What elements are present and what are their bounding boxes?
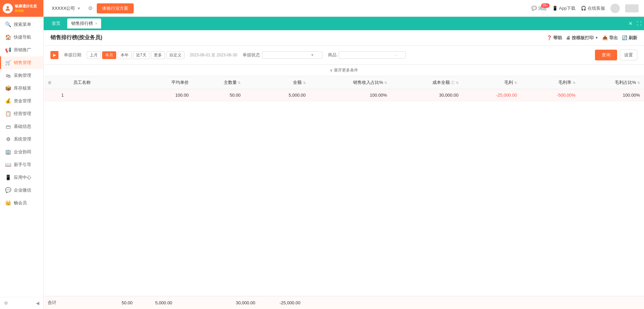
ellipsis-icon: ··· [394,53,397,57]
money-icon: 💰 [5,98,11,104]
headset-icon: 🎧 [581,6,586,11]
refresh-button[interactable]: 🔄 刷新 [622,35,637,41]
user-avatar[interactable] [610,4,620,13]
row-amount: 5,000.00 [245,89,309,101]
sidebar-item-label: 经营管理 [14,111,31,117]
sort-icon[interactable]: ⇅ [514,81,517,85]
sidebar-item-operations[interactable]: 📋 经营管理 [0,107,43,120]
table-container: ⚙ 员工名称 平均单价 主数量 ⇅ 全额 ⇅ 销售收入占 [44,76,644,296]
expand-label: 展开更多条件 [334,67,358,73]
col-gross-pct-header[interactable]: 毛利占比% ⇅ [579,76,644,89]
svg-point-0 [7,6,9,8]
tabbar-actions: ✕ ⛶ [629,21,641,26]
app-download-item[interactable]: 📱 App下载 [552,5,575,11]
col-gross-header[interactable]: 毛利 ⇅ [463,76,521,89]
sidebar-item-label: 新手引导 [14,162,31,168]
row-cost: 30,000.00 [391,89,463,101]
filter-toggle-button[interactable]: ▶ [50,51,58,59]
last7days-button[interactable]: 近7天 [133,51,149,59]
col-name-header: 员工名称 [69,76,134,89]
goods-select[interactable]: ··· [339,51,406,59]
window-close-icon[interactable]: ✕ [629,21,633,26]
date-range-text: 2023-06-01 至 2023-06-30 [190,52,237,58]
sort-icon[interactable]: ⇅ [573,81,575,85]
query-button[interactable]: 查询 [595,50,617,60]
template-print-button[interactable]: 🖨 按模板打印 ▼ [566,35,598,41]
sidebar-item-quick-nav[interactable]: 🏠 快捷导航 [0,31,43,44]
row-gross-pct: 100.00% [579,89,644,101]
sidebar-settings-icon[interactable]: ⚙ [4,301,8,306]
tab-sales-ranking[interactable]: 销售排行榜 × [67,18,101,29]
sidebar-item-system[interactable]: ⚙ 系统管理 [0,133,43,146]
tab-home[interactable]: 首页 [46,18,66,29]
sidebar-item-enterprise[interactable]: 🏢 企业协同 [0,146,43,158]
status-select[interactable]: ▼ [262,51,323,59]
expand-more-bar[interactable]: ∨ 展开更多条件 [44,65,644,76]
try-industry-button[interactable]: 体验行业方案 [97,3,134,13]
table-header-row: ⚙ 员工名称 平均单价 主数量 ⇅ 全额 ⇅ 销售收入占 [44,76,644,89]
topbar-right: 💬 消息 99+ 📱 App下载 🎧 在线客服 [531,4,639,13]
topbar-settings-icon[interactable]: ⚙ [88,5,93,11]
sort-icon[interactable]: ⇅ [637,81,640,85]
sort-icon[interactable]: ⇅ [303,81,306,85]
shopping-icon: 🛍 [5,73,11,79]
chevron-down-icon: ▼ [77,6,81,10]
company-selector[interactable]: XXXXX公司 ▼ [49,4,83,13]
sidebar-item-inventory[interactable]: 📦 库存核算 [0,82,43,95]
sidebar-item-label: 采购管理 [14,72,31,79]
col-amount-header[interactable]: 全额 ⇅ [245,76,309,89]
info-icon[interactable]: ⓘ [451,81,455,85]
this-year-button[interactable]: 本年 [118,51,132,59]
sidebar-collapse-icon[interactable]: ◀ [36,301,39,306]
chevron-down-icon: ∨ [330,68,333,72]
settings-button[interactable]: 设置 [620,50,637,60]
message-icon: 💬 [531,6,537,11]
sidebar-item-label: 企业协同 [14,149,31,155]
col-sales-pct-header[interactable]: 销售收入占比% ⇅ [310,76,391,89]
sidebar-item-label: 快捷导航 [14,34,31,40]
col-cost-header[interactable]: 成本全额 ⓘ ⇅ [391,76,463,89]
sort-icon[interactable]: ⇅ [238,81,241,85]
col-gross-rate-header[interactable]: 毛利率 ⇅ [521,76,579,89]
sort-icon[interactable]: ⇅ [384,81,387,85]
col-qty-header[interactable]: 主数量 ⇅ [193,76,245,89]
sidebar-item-purchase[interactable]: 🛍 采购管理 [0,69,43,82]
phone-icon: 📱 [5,174,11,181]
row-sales-pct: 100.00% [310,89,391,101]
sidebar-item-search[interactable]: 🔍 搜索菜单 [0,18,43,31]
sidebar-item-guide[interactable]: 📖 新手引导 [0,158,43,171]
tab-close-icon[interactable]: × [95,21,97,25]
sidebar-item-app-center[interactable]: 📱 应用中心 [0,171,43,184]
row-settings [44,89,56,101]
app-name: 畅康通好生意 [15,4,37,8]
col-settings-header[interactable]: ⚙ [44,76,56,89]
sort-icon[interactable]: ⇅ [456,81,459,85]
this-month-button[interactable]: 本月 [102,51,116,59]
sidebar-item-wechat[interactable]: 💬 企业微信 [0,184,43,197]
print-icon: 🖨 [566,35,570,40]
sidebar-item-marketing[interactable]: 📢 营销推广 [0,44,43,56]
cart-icon: 🛒 [5,60,11,66]
window-maximize-icon[interactable]: ⛶ [637,21,641,26]
filter-bar: ▶ 单据日期 上月 本月 本年 近7天 更多 自定义 2023-06-01 至 … [44,46,644,65]
home-icon: 🏠 [5,34,11,40]
sidebar-item-basic-info[interactable]: 🗃 基础信息 [0,120,43,133]
last-month-button[interactable]: 上月 [87,51,101,59]
sidebar-item-label: 应用中心 [14,174,31,181]
sidebar-item-finance[interactable]: 💰 资金管理 [0,95,43,107]
message-item[interactable]: 💬 消息 99+ [531,5,547,11]
topbar: XXXXX公司 ▼ ⚙ 体验行业方案 💬 消息 99+ 📱 App下载 🎧 在线… [44,0,644,17]
more-button[interactable]: 更多 [151,51,165,59]
col-avg-price-header[interactable]: 平均单价 [134,76,192,89]
online-service-item[interactable]: 🎧 在线客服 [581,5,605,11]
table-footer: 合计 50.00 5,000.00 30,000.00 -25,000.00 [44,296,644,309]
sidebar-item-sales[interactable]: 🛒 销售管理 [0,56,43,69]
logo-icon [3,3,13,13]
chevron-down-icon: ▼ [595,36,598,40]
custom-button[interactable]: 自定义 [166,51,184,59]
status-filter: 单据状态 ▼ [243,51,323,59]
export-button[interactable]: 📤 导出 [602,35,618,41]
goods-filter: 商品 ··· [328,51,406,59]
sidebar-item-member[interactable]: 👑 畅会员 [0,197,43,209]
help-link[interactable]: ❓ 帮助 [547,35,562,41]
